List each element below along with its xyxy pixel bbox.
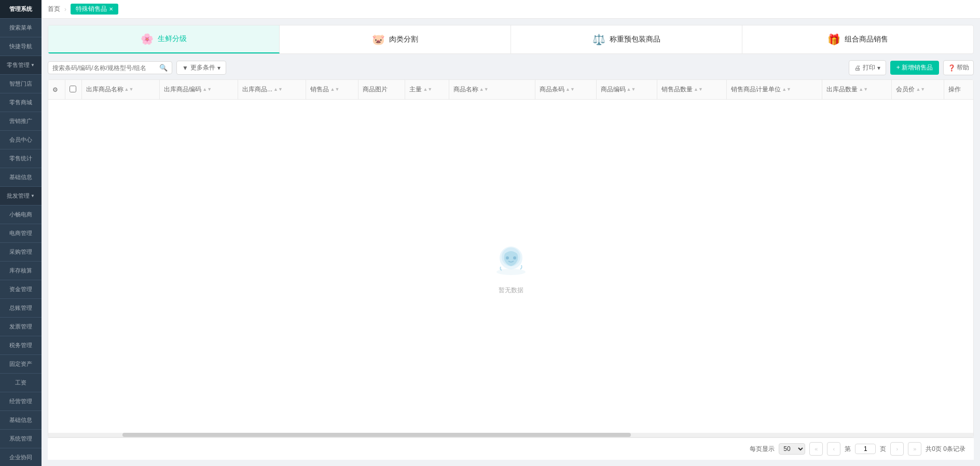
sidebar: 管理系统 搜索菜单 快捷导航 零售管理 ▼ 智慧门店 零售商城 营销推广 会员中… — [0, 0, 42, 466]
sidebar-item-retail[interactable]: 零售管理 ▼ — [0, 56, 42, 75]
sidebar-item-label: 零售商城 — [2, 99, 39, 106]
col-image[interactable]: 商品图片 — [358, 80, 405, 100]
sort-icon: ▲▼ — [694, 87, 703, 92]
page-input[interactable] — [855, 444, 876, 454]
col-goods-name[interactable]: 商品名称 ▲▼ — [449, 80, 535, 100]
sidebar-logo: 管理系统 — [0, 0, 42, 19]
sidebar-item-label: 系统管理 — [2, 435, 39, 443]
tab-meat[interactable]: 🐷 肉类分割 — [280, 25, 511, 53]
sidebar-item-wholesale[interactable]: 批发管理 ▼ — [0, 187, 42, 205]
per-page-label: 每页显示 — [750, 445, 775, 454]
col-settings[interactable]: ⚙ — [48, 80, 65, 100]
col-out-spec[interactable]: 出库商品... ▲▼ — [238, 80, 306, 100]
col-out-qty[interactable]: 出库品数量 ▲▼ — [822, 80, 892, 100]
tab-combo-label: 组合商品销售 — [845, 35, 888, 44]
tab-weight-label: 称重预包装商品 — [610, 35, 660, 44]
sidebar-item-retailstat[interactable]: 零售统计 — [0, 149, 42, 168]
printer-icon: 🖨 — [854, 64, 861, 72]
first-page-button[interactable]: « — [809, 442, 823, 456]
main-content: 首页 › 特殊销售品 ✕ 🌸 生鲜分级 🐷 肉类分割 ⚖️ 称重预包装商品 🎁 — [42, 0, 980, 466]
sidebar-item-accounting[interactable]: 总账管理 — [0, 299, 42, 318]
col-unit-label: 销售商品计量单位 — [731, 85, 781, 94]
col-member-price[interactable]: 会员价 ▲▼ — [892, 80, 944, 100]
toolbar-left: 🔍 ▼ 更多条件 ▾ — [48, 61, 226, 75]
sidebar-item-basicinfo[interactable]: 基础信息 — [0, 168, 42, 187]
sort-icon: ▲▼ — [423, 87, 432, 92]
sidebar-item-search[interactable]: 搜索菜单 — [0, 19, 42, 37]
sort-icon: ▲▼ — [479, 87, 489, 92]
sidebar-item-system[interactable]: 系统管理 — [0, 430, 42, 448]
col-sales-item[interactable]: 销售品 ▲▼ — [306, 80, 358, 100]
sidebar-item-ecommerce[interactable]: 电商管理 — [0, 224, 42, 243]
col-out-code[interactable]: 出库商品编码 ▲▼ — [160, 80, 238, 100]
sidebar-item-smartstore[interactable]: 智慧门店 — [0, 75, 42, 93]
chevron-down-icon: ▼ — [31, 63, 35, 67]
tab-meat-label: 肉类分割 — [389, 35, 418, 44]
sidebar-item-tax[interactable]: 税务管理 — [0, 336, 42, 355]
weight-icon: ⚖️ — [592, 33, 605, 46]
help-button[interactable]: ❓ 帮助 — [943, 60, 974, 75]
col-barcode[interactable]: 商品条码 ▲▼ — [535, 80, 596, 100]
sidebar-item-fixedasset[interactable]: 固定资产 — [0, 355, 42, 374]
search-icon[interactable]: 🔍 — [159, 64, 168, 72]
sidebar-item-label: 基础信息 — [2, 173, 39, 181]
sidebar-item-operation[interactable]: 经营管理 — [0, 392, 42, 411]
sidebar-item-label: 总账管理 — [2, 304, 39, 312]
sidebar-item-label: 采购管理 — [2, 248, 39, 256]
col-out-code-label: 出库商品编码 — [164, 85, 201, 94]
per-page-select[interactable]: 10 20 50 100 — [779, 443, 805, 455]
close-icon[interactable]: ✕ — [109, 6, 113, 12]
sidebar-item-company[interactable]: 企业协同 — [0, 448, 42, 466]
prev-page-button[interactable]: ‹ — [827, 442, 840, 456]
last-page-button[interactable]: » — [908, 442, 921, 456]
tab-combo[interactable]: 🎁 组合商品销售 — [742, 25, 973, 53]
col-goods-code[interactable]: 商品编码 ▲▼ — [596, 80, 657, 100]
add-button[interactable]: + 新增销售品 — [890, 61, 939, 75]
sidebar-item-member[interactable]: 会员中心 — [0, 131, 42, 149]
next-page-button[interactable]: › — [890, 442, 904, 456]
tab-fresh[interactable]: 🌸 生鲜分级 — [48, 25, 280, 53]
col-out-name[interactable]: 出库商品名称 ▲▼ — [81, 80, 160, 100]
sidebar-item-label: 库存核算 — [2, 267, 39, 275]
active-tab[interactable]: 特殊销售品 ✕ — [71, 4, 118, 15]
sort-icon: ▲▼ — [330, 87, 339, 92]
print-button[interactable]: 🖨 打印 ▾ — [849, 60, 886, 75]
scrollbar-thumb[interactable] — [122, 433, 631, 437]
sidebar-item-label: 营销推广 — [2, 117, 39, 125]
col-weight[interactable]: 主量 ▲▼ — [405, 80, 449, 100]
col-sales-qty[interactable]: 销售品数量 ▲▼ — [657, 80, 727, 100]
col-unit[interactable]: 销售商品计量单位 ▲▼ — [727, 80, 822, 100]
sidebar-item-salary[interactable]: 工资 — [0, 374, 42, 392]
sidebar-item-finance[interactable]: 资金管理 — [0, 280, 42, 299]
select-all-checkbox[interactable] — [70, 86, 76, 92]
sidebar-item-purchase[interactable]: 采购管理 — [0, 243, 42, 262]
print-label: 打印 — [863, 63, 875, 72]
sidebar-item-label: 基础信息 — [2, 416, 39, 424]
sidebar-item-quicknav[interactable]: 快捷导航 — [0, 37, 42, 56]
col-out-name-label: 出库商品名称 — [86, 85, 123, 94]
sidebar-item-label: 工资 — [2, 379, 39, 387]
sort-icon: ▲▼ — [565, 87, 575, 92]
sidebar-item-label: 智慧门店 — [2, 80, 39, 88]
col-check[interactable] — [65, 80, 81, 100]
sidebar-item-label: 经营管理 — [2, 398, 39, 405]
filter-button[interactable]: ▼ 更多条件 ▾ — [176, 61, 226, 75]
horizontal-scrollbar[interactable] — [48, 433, 973, 437]
tab-weight[interactable]: ⚖️ 称重预包装商品 — [511, 25, 742, 53]
sidebar-item-label: 快捷导航 — [2, 43, 39, 50]
sidebar-item-inventory[interactable]: 库存核算 — [0, 262, 42, 280]
sidebar-item-label: 零售统计 — [2, 155, 39, 162]
filter-icon: ▼ — [182, 64, 188, 72]
sidebar-item-marketing[interactable]: 营销推广 — [0, 112, 42, 131]
tab-fresh-label: 生鲜分级 — [158, 34, 187, 44]
sort-icon: ▲▼ — [782, 87, 791, 92]
sidebar-item-invoice[interactable]: 发票管理 — [0, 318, 42, 336]
sidebar-item-smallshop[interactable]: 小畅电商 — [0, 205, 42, 224]
col-barcode-label: 商品条码 — [540, 85, 564, 94]
sidebar-item-retailmall[interactable]: 零售商城 — [0, 93, 42, 112]
sidebar-item-basicinfo2[interactable]: 基础信息 — [0, 411, 42, 430]
data-table: ⚙ 出库商品名称 ▲▼ 出库 — [48, 80, 973, 100]
search-input[interactable] — [52, 64, 157, 72]
toolbar: 🔍 ▼ 更多条件 ▾ 🖨 打印 ▾ + 新增销售品 ❓ — [48, 60, 974, 75]
breadcrumb-home[interactable]: 首页 — [48, 5, 60, 13]
